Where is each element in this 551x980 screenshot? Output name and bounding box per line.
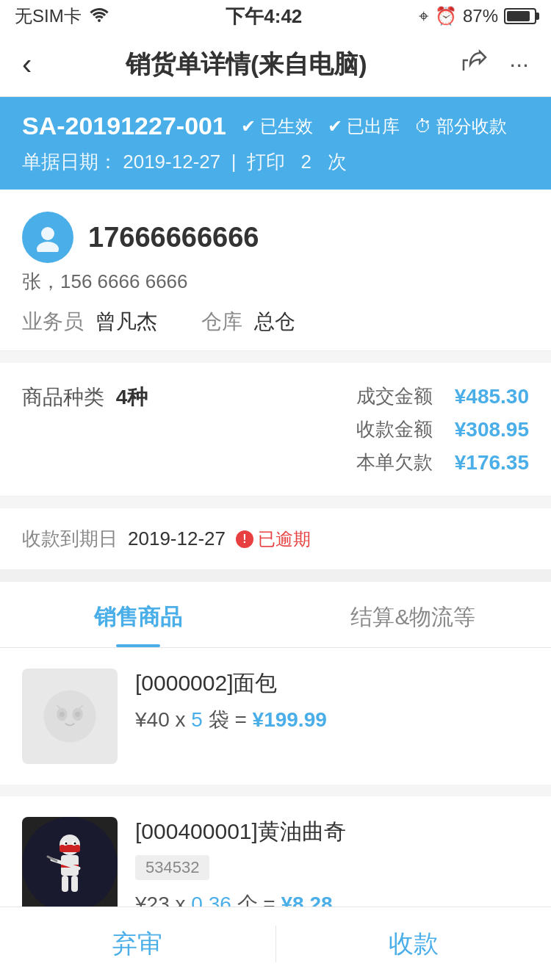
section-divider bbox=[0, 570, 551, 582]
abandon-review-button[interactable]: 弃审 bbox=[0, 912, 276, 976]
salesperson-row: 业务员 曾凡杰 bbox=[22, 308, 157, 336]
share-icon[interactable] bbox=[461, 48, 487, 81]
status-partial: ⏱ 部分收款 bbox=[414, 115, 507, 138]
customer-section: 17666666666 张，156 6666 6666 业务员 曾凡杰 仓库 总… bbox=[0, 190, 551, 351]
status-right: ⌖ ⏰ 87% bbox=[419, 6, 536, 26]
more-icon[interactable]: ··· bbox=[509, 51, 529, 78]
svg-rect-9 bbox=[60, 845, 80, 852]
svg-point-6 bbox=[75, 712, 80, 717]
battery-icon bbox=[504, 8, 536, 24]
check-icon-effective: ✔ bbox=[241, 116, 256, 137]
list-item: [0000002]面包 ¥40 x 5 袋 = ¥199.99 bbox=[0, 648, 551, 785]
svg-point-12 bbox=[65, 843, 68, 845]
avatar bbox=[22, 212, 73, 263]
back-button[interactable]: ‹ bbox=[22, 48, 32, 81]
svg-rect-17 bbox=[71, 876, 78, 892]
product-thumbnail-1 bbox=[22, 669, 118, 764]
order-header: SA-20191227-001 ✔ 已生效 ✔ 已出库 ⏱ 部分收款 单据日期：… bbox=[0, 97, 551, 190]
status-effective: ✔ 已生效 bbox=[241, 115, 313, 138]
svg-point-0 bbox=[41, 227, 54, 240]
check-icon-shipped: ✔ bbox=[328, 116, 342, 137]
nav-actions: ··· bbox=[461, 48, 529, 81]
due-section: 收款到期日 2019-12-27 ! 已逾期 bbox=[0, 508, 551, 570]
battery-label: 87% bbox=[463, 6, 498, 26]
status-time: 下午4:42 bbox=[226, 4, 302, 29]
status-left: 无SIM卡 bbox=[15, 4, 109, 28]
warehouse-row: 仓库 总仓 bbox=[201, 308, 295, 336]
tab-sales[interactable]: 销售商品 bbox=[0, 582, 276, 647]
collect-payment-button[interactable]: 收款 bbox=[276, 912, 552, 976]
tabs: 销售商品 结算&物流等 bbox=[0, 582, 551, 648]
product-name-2: [000400001]黄油曲奇 bbox=[135, 817, 529, 847]
svg-point-5 bbox=[60, 712, 65, 717]
product-price-1: ¥40 x 5 袋 = ¥199.99 bbox=[135, 706, 529, 734]
order-date-row: 单据日期： 2019-12-27 | 打印 2 次 bbox=[22, 149, 529, 175]
alarm-icon: ⏰ bbox=[435, 6, 457, 26]
owed-row: 本单欠款 ¥176.35 bbox=[356, 450, 529, 475]
order-number: SA-20191227-001 bbox=[22, 112, 226, 140]
received-row: 收款金额 ¥308.95 bbox=[356, 417, 529, 442]
overdue-icon: ! bbox=[236, 530, 253, 548]
amount-info: 成交金额 ¥485.30 收款金额 ¥308.95 本单欠款 ¥176.35 bbox=[356, 383, 529, 475]
nav-bar: ‹ 销货单详情(来自电脑) ··· bbox=[0, 32, 551, 97]
bottom-bar: 弃审 收款 bbox=[0, 907, 551, 980]
product-thumbnail-2 bbox=[22, 817, 118, 912]
wifi-icon bbox=[89, 6, 109, 26]
product-info-2: [000400001]黄油曲奇 534532 ¥23 x 0.36 个 = ¥8… bbox=[135, 817, 529, 918]
svg-rect-16 bbox=[62, 876, 68, 892]
due-label: 收款到期日 bbox=[22, 526, 118, 552]
product-info-1: [0000002]面包 ¥40 x 5 袋 = ¥199.99 bbox=[135, 669, 529, 734]
carrier-label: 无SIM卡 bbox=[15, 4, 82, 28]
status-shipped: ✔ 已出库 bbox=[328, 115, 400, 138]
customer-meta: 业务员 曾凡杰 仓库 总仓 bbox=[22, 308, 529, 336]
location-icon: ⌖ bbox=[419, 6, 429, 26]
customer-row: 17666666666 bbox=[22, 212, 529, 263]
page-title: 销货单详情(来自电脑) bbox=[126, 48, 367, 82]
svg-point-13 bbox=[74, 843, 76, 845]
category-info: 商品种类 4种 bbox=[22, 383, 148, 475]
customer-name: 张，156 6666 6666 bbox=[22, 269, 529, 295]
overdue-badge: ! 已逾期 bbox=[236, 527, 311, 551]
summary-section: 商品种类 4种 成交金额 ¥485.30 收款金额 ¥308.95 本单欠款 ¥… bbox=[0, 363, 551, 497]
product-batch-2: 534532 bbox=[135, 855, 209, 880]
status-bar: 无SIM卡 下午4:42 ⌖ ⏰ 87% bbox=[0, 0, 551, 32]
svg-point-1 bbox=[37, 242, 59, 252]
svg-point-2 bbox=[43, 690, 96, 742]
tab-settlement[interactable]: 结算&物流等 bbox=[276, 582, 551, 647]
clock-icon: ⏱ bbox=[414, 116, 432, 137]
customer-id: 17666666666 bbox=[88, 222, 259, 253]
product-name-1: [0000002]面包 bbox=[135, 669, 529, 699]
deal-amount-row: 成交金额 ¥485.30 bbox=[356, 383, 529, 409]
overdue-label: 已逾期 bbox=[258, 527, 311, 551]
due-date: 2019-12-27 bbox=[128, 527, 226, 550]
